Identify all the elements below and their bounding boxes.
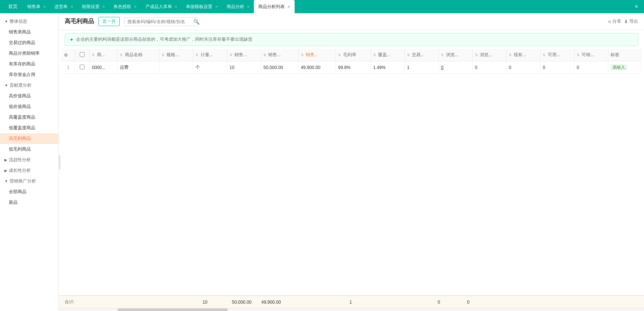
close-product-warehouse-tab-icon[interactable]: × (175, 4, 177, 9)
close-permission-tab-icon[interactable]: × (102, 4, 105, 9)
nav-tab-sales[interactable]: 销售单 × (23, 0, 50, 13)
content-header: 高毛利商品 近一月 🔍 ⎋ 分享 ⬇ 导出 (59, 13, 644, 30)
col-name[interactable]: ⇅ 商品名称 (118, 49, 159, 61)
date-filter-button[interactable]: 近一月 (98, 17, 120, 26)
footer-sales-amount: 50,000.00 (229, 300, 258, 305)
scrollbar-thumb[interactable] (118, 308, 228, 311)
col-sales-qty[interactable]: ⇅ 销售... (227, 49, 261, 61)
table-wrapper[interactable]: ⚙ ⇅ 商... ⇅ 商品名称 (62, 49, 641, 295)
cell-tag: 高收入 (608, 61, 641, 74)
col-transactions[interactable]: ⇅ 交易... (405, 49, 439, 61)
sidebar-item-high-margin[interactable]: 高毛利商品 (0, 133, 58, 144)
horizontal-scrollbar[interactable] (59, 308, 644, 311)
nav-tab-template[interactable]: 单据模板设置 × (181, 0, 222, 13)
col-unit[interactable]: ⇅ 计量... (193, 49, 227, 61)
sidebar-group-marketing[interactable]: ▼ 营销推广分析 (0, 176, 58, 187)
col-coverage[interactable]: ⇅ 覆盖... (371, 49, 404, 61)
select-all-checkbox[interactable] (80, 52, 84, 57)
cell-sales-cost: 49,900.00 (298, 61, 336, 74)
col-gross-margin[interactable]: ⇅ 毛利率 (336, 49, 371, 61)
col-settings[interactable]: ⚙ (62, 49, 75, 61)
sort-icon-spec: ⇅ (162, 53, 165, 57)
col-views2[interactable]: ⇅ 浏览... (472, 49, 506, 61)
sidebar-collapse-button[interactable]: « (59, 155, 60, 170)
nav-tab-permission[interactable]: 权限设置 × (78, 0, 109, 13)
settings-icon: ⚙ (64, 53, 68, 58)
close-analysis-list-tab-icon[interactable]: × (288, 4, 290, 9)
close-sales-tab-icon[interactable]: × (43, 4, 46, 9)
nav-tab-role[interactable]: 角色授权 × (109, 0, 141, 13)
sidebar-item-traded-products[interactable]: 交易过的商品 (0, 37, 58, 48)
col-saleable[interactable]: ⇅ 可销... (574, 49, 608, 61)
sidebar-item-low-margin[interactable]: 低毛利商品 (0, 144, 58, 155)
sort-icon-transactions: ⇅ (407, 53, 410, 57)
cell-saleable: 0 (574, 61, 608, 74)
header-actions: ⎋ 分享 ⬇ 导出 (608, 18, 638, 25)
sidebar-item-inventory-capital[interactable]: 库存资金占用 (0, 69, 58, 80)
cell-transactions: 1 (405, 61, 439, 74)
cell-sales-qty: 10 (227, 61, 261, 74)
sort-icon-current-stock: ⇅ (509, 53, 512, 57)
nav-tab-purchase[interactable]: 进货单 × (50, 0, 77, 13)
sidebar-group-growth[interactable]: ▶ 成长性分析 (0, 165, 58, 176)
footer-current-stock: 0 (435, 300, 464, 305)
nav-tab-product-warehouse[interactable]: 产成品入库单 × (141, 0, 181, 13)
sort-icon-coverage: ⇅ (373, 53, 376, 57)
sidebar-item-category-sales-rate[interactable]: 商品分类助销率 (0, 48, 58, 59)
close-purchase-tab-icon[interactable]: × (71, 4, 73, 9)
sort-icon-views1: ⇅ (441, 53, 444, 57)
cell-coverage: 1.49% (371, 61, 404, 74)
cell-name: 运费 (118, 61, 159, 74)
sort-icon-sales-qty: ⇅ (230, 53, 233, 57)
info-text: 企业的主要的利润都是这部分商品创造的，可考虑加大推广，同时关注库存量不要出现缺货 (76, 36, 252, 43)
col-checkbox[interactable] (75, 49, 90, 61)
sidebar-item-new-products[interactable]: 新品 (0, 197, 58, 208)
search-input[interactable] (124, 17, 198, 26)
col-spec[interactable]: ⇅ 规格... (159, 49, 193, 61)
flow-group-arrow: ▶ (4, 158, 7, 162)
sidebar-item-high-value[interactable]: 高价值商品 (0, 91, 58, 101)
nav-tab-analysis[interactable]: 商品分析 × (222, 0, 254, 13)
sidebar-item-low-value[interactable]: 低价值商品 (0, 101, 58, 112)
footer-available: 0 (464, 300, 493, 305)
row-checkbox-cell[interactable] (75, 61, 90, 74)
sidebar-item-sales-products[interactable]: 销售类商品 (0, 27, 58, 37)
nav-home[interactable]: 首页 (3, 0, 23, 13)
sidebar-group-overall[interactable]: ▼ 整体信息 (0, 16, 58, 27)
data-table: ⚙ ⇅ 商... ⇅ 商品名称 (62, 49, 641, 74)
info-banner: ✦ 企业的主要的利润都是这部分商品创造的，可考虑加大推广，同时关注库存量不要出现… (65, 33, 638, 46)
col-views1[interactable]: ⇅ 浏览... (439, 49, 472, 61)
info-icon: ✦ (69, 37, 74, 43)
col-current-stock[interactable]: ⇅ 现有... (507, 49, 540, 61)
growth-group-arrow: ▶ (4, 169, 7, 173)
sidebar-item-low-coverage[interactable]: 低覆盖度商品 (0, 123, 58, 133)
sort-icon-name: ⇅ (120, 53, 123, 57)
sidebar-item-all-products[interactable]: 全部商品 (0, 187, 58, 197)
nav-tab-analysis-list[interactable]: 商品分析列表 × (254, 0, 294, 13)
search-icon-button[interactable]: 🔍 (193, 19, 199, 25)
sidebar-item-in-stock-products[interactable]: 有库存的商品 (0, 59, 58, 69)
window-close-button[interactable]: × (632, 3, 641, 10)
table-footer: 合计: 10 50,000.00 49,900.00 1 0 0 (59, 295, 644, 308)
sort-icon-sales-cost: ⇅ (301, 53, 304, 57)
export-button[interactable]: ⬇ 导出 (624, 18, 638, 25)
sidebar-group-contribution[interactable]: ▼ 贡献度分析 (0, 80, 58, 91)
row-checkbox[interactable] (80, 65, 84, 69)
share-button[interactable]: ⎋ 分享 (608, 18, 621, 25)
cell-views1[interactable]: 0 (439, 61, 472, 74)
close-analysis-tab-icon[interactable]: × (247, 4, 249, 9)
cell-sales-amount: 50,000.00 (261, 61, 299, 74)
sidebar-group-flow[interactable]: ▶ 流趋性分析 (0, 155, 58, 165)
sidebar-item-high-coverage[interactable]: 高覆盖度商品 (0, 112, 58, 123)
share-icon: ⎋ (608, 19, 611, 24)
col-available[interactable]: ⇅ 可用... (540, 49, 574, 61)
close-template-tab-icon[interactable]: × (215, 4, 217, 9)
close-role-tab-icon[interactable]: × (134, 4, 136, 9)
col-code[interactable]: ⇅ 商... (90, 49, 118, 61)
page-title: 高毛利商品 (65, 18, 94, 25)
contribution-group-arrow: ▼ (4, 83, 8, 87)
col-sales-cost[interactable]: ⇅ 销售... (298, 49, 336, 61)
sort-icon-code: ⇅ (92, 53, 95, 57)
col-sales-amount[interactable]: ⇅ 销售... (261, 49, 299, 61)
col-tag[interactable]: 标签 (608, 49, 641, 61)
